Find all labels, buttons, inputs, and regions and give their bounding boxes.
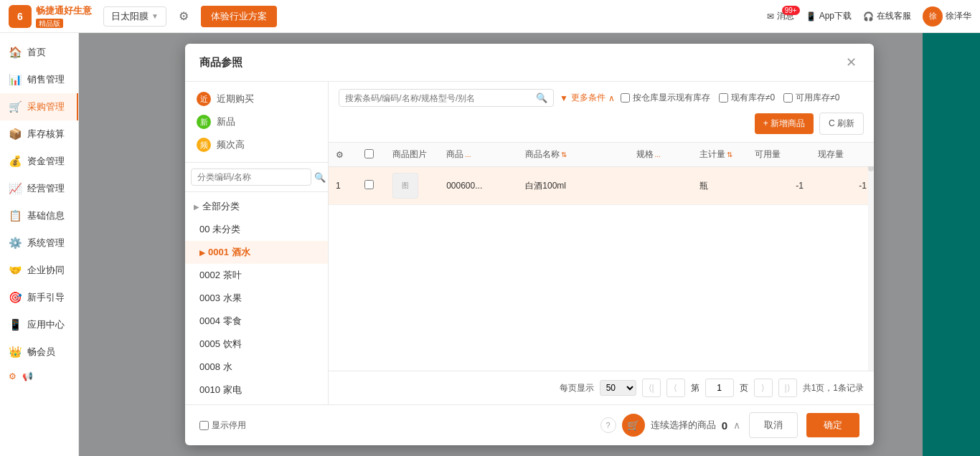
prev-page-button[interactable]: ⟨	[666, 379, 685, 397]
row-code: 000600...	[439, 167, 518, 205]
checkbox-avail-nonzero[interactable]: 可用库存≠0	[783, 92, 839, 104]
modal-footer: 显示停用 ? 🛒 连续选择的商品 0 ∧ 取消 确定	[185, 404, 874, 445]
product-table-container: ⚙ 商品图片 商品... 商品名称⇅	[329, 143, 874, 371]
close-button[interactable]: ✕	[842, 54, 859, 71]
category-search-input[interactable]	[191, 168, 311, 186]
col-settings[interactable]: ⚙	[329, 143, 357, 167]
speaker-icon[interactable]: 📢	[22, 371, 33, 381]
store-selector[interactable]: 日太阳膜 ▼	[103, 6, 166, 27]
business-icon: 📈	[9, 182, 22, 195]
select-all-checkbox[interactable]	[364, 149, 374, 158]
category-0010[interactable]: 0010 家电	[185, 379, 328, 402]
sidebar-item-basic-info[interactable]: 📋 基础信息	[0, 202, 78, 229]
online-support-button[interactable]: 🎧 在线客服	[863, 10, 911, 22]
category-0001[interactable]: ▶ 0001 酒水	[185, 241, 328, 264]
cart-button[interactable]: 🛒	[622, 414, 645, 437]
top-nav: 6 畅捷通好生意 精品版 日太阳膜 ▼ ⚙ 体验行业方案 ✉ 消息 99+ 📱 …	[0, 0, 980, 33]
category-0002[interactable]: 0002 茶叶	[185, 264, 328, 287]
page-number-input[interactable]	[705, 379, 734, 397]
row-checkbox[interactable]	[357, 167, 386, 205]
category-search-button[interactable]: 🔍	[314, 168, 326, 186]
collab-icon: 🤝	[9, 264, 22, 277]
messages-button[interactable]: ✉ 消息 99+	[767, 10, 794, 22]
user-profile-button[interactable]: 徐 徐泽华	[923, 6, 971, 27]
sidebar-item-sales[interactable]: 📊 销售管理	[0, 66, 78, 93]
sidebar-item-vip[interactable]: 👑 畅会员	[0, 338, 78, 366]
scrollbar-track[interactable]	[868, 143, 874, 371]
checkbox-stock-nonzero[interactable]: 现有库存≠0	[719, 92, 775, 104]
new-icon: 新	[197, 115, 211, 129]
checkbox-by-warehouse[interactable]: 按仓库显示现有库存	[621, 92, 710, 104]
sidebar-item-guide[interactable]: 🎯 新手引导	[0, 284, 78, 311]
settings-bottom-icon[interactable]: ⚙	[9, 371, 17, 381]
trial-button[interactable]: 体验行业方案	[201, 6, 277, 27]
product-search-input[interactable]	[345, 93, 533, 103]
filter-icon: ▼	[560, 93, 568, 103]
help-icon[interactable]: ?	[600, 417, 616, 433]
logo-text: 畅捷通好生意 精品版	[36, 4, 92, 29]
freq-icon: 频	[197, 138, 211, 152]
sidebar-item-system[interactable]: ⚙️ 系统管理	[0, 229, 78, 257]
page-total-text: 共1页，1条记录	[803, 382, 864, 394]
frequent-link[interactable]: 频 频次高	[191, 133, 322, 156]
category-00[interactable]: 00 未分类	[185, 218, 328, 241]
pagination-bar: 每页显示 10 20 50 100 ⟨| ⟨ 第 页	[329, 371, 874, 404]
settings-icon[interactable]: ⚙	[172, 5, 195, 28]
new-product-link[interactable]: 新 新品	[191, 110, 322, 133]
more-filters-button[interactable]: ▼ 更多条件 ∧	[560, 92, 615, 104]
category-0004[interactable]: 0004 零食	[185, 310, 328, 333]
category-0008[interactable]: 0008 水	[185, 356, 328, 379]
search-icon: 🔍	[536, 92, 547, 103]
category-0003[interactable]: 0003 水果	[185, 287, 328, 310]
sidebar-item-collab[interactable]: 🤝 企业协同	[0, 257, 78, 284]
add-product-button[interactable]: + 新增商品	[755, 113, 814, 134]
sidebar-item-purchase[interactable]: 🛒 采购管理	[0, 93, 78, 120]
sort-icon-spec: ...	[655, 151, 661, 158]
show-disabled-checkbox[interactable]: 显示停用	[199, 419, 246, 432]
col-stock: 现存量	[811, 143, 874, 167]
row-img: 图	[385, 167, 439, 205]
col-unit[interactable]: 主计量⇅	[692, 143, 748, 167]
col-spec[interactable]: 规格...	[629, 143, 692, 167]
sidebar-item-inventory[interactable]: 📦 库存核算	[0, 120, 78, 148]
col-code[interactable]: 商品...	[439, 143, 518, 167]
chevron-right-icon: ▶	[194, 203, 199, 211]
sidebar-item-home[interactable]: 🏠 首页	[0, 39, 78, 66]
inventory-icon: 📦	[9, 128, 22, 141]
col-name[interactable]: 商品名称⇅	[518, 143, 628, 167]
sidebar-item-app-center[interactable]: 📱 应用中心	[0, 311, 78, 338]
sales-icon: 📊	[9, 73, 22, 86]
app-download-button[interactable]: 📱 App下载	[806, 10, 852, 22]
modal-title: 商品参照	[199, 56, 242, 70]
product-reference-modal: 商品参照 ✕ 近 近期购买 新 新	[185, 44, 874, 445]
next-page-button[interactable]: ⟩	[754, 379, 773, 397]
message-icon: ✉	[767, 11, 774, 22]
vip-icon: 👑	[9, 346, 22, 358]
category-0005[interactable]: 0005 饮料	[185, 333, 328, 356]
modal-header: 商品参照 ✕	[185, 44, 874, 82]
row-unit: 瓶	[692, 167, 748, 205]
first-page-button[interactable]: ⟨|	[642, 379, 661, 397]
collapse-cart-icon[interactable]: ∧	[733, 419, 740, 431]
product-search-box: 🔍	[339, 89, 554, 107]
recent-icon: 近	[197, 92, 211, 106]
cancel-button[interactable]: 取消	[749, 412, 798, 438]
cart-text: 连续选择的商品	[651, 419, 716, 432]
sidebar-item-finance[interactable]: 💰 资金管理	[0, 148, 78, 175]
refresh-button[interactable]: C 刷新	[819, 113, 864, 135]
table-row[interactable]: 1 图 000600... 白酒100ml 瓶	[329, 167, 874, 205]
modal-overlay: 商品参照 ✕ 近 近期购买 新 新	[79, 33, 980, 456]
category-all[interactable]: ▶ 全部分类	[185, 195, 328, 218]
home-icon: 🏠	[9, 46, 22, 59]
phone-icon: 📱	[806, 11, 816, 22]
confirm-button[interactable]: 确定	[806, 413, 859, 437]
logo-icon: 6	[9, 5, 32, 28]
sidebar-item-business[interactable]: 📈 经营管理	[0, 175, 78, 202]
per-page-select[interactable]: 10 20 50 100	[600, 380, 636, 396]
table-header-row: ⚙ 商品图片 商品... 商品名称⇅	[329, 143, 874, 167]
last-page-button[interactable]: |⟩	[778, 379, 797, 397]
page-unit: 页	[740, 382, 748, 394]
system-icon: ⚙️	[9, 237, 22, 250]
left-panel: 近 近期购买 新 新品 频 频次高	[185, 82, 329, 404]
recent-purchase-link[interactable]: 近 近期购买	[191, 87, 322, 110]
